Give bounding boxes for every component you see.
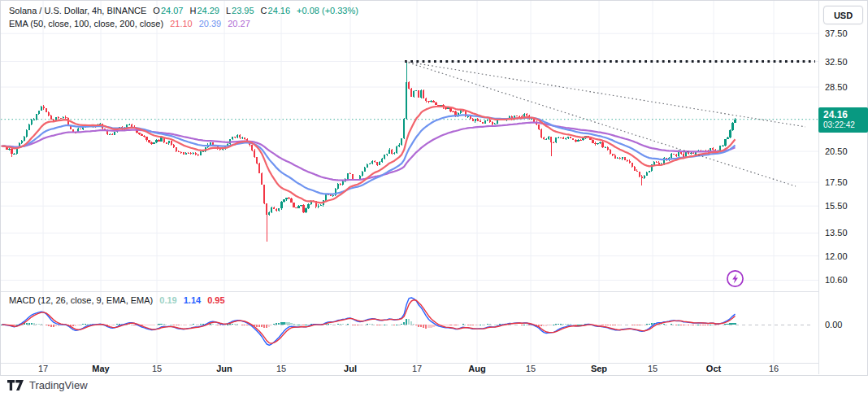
macd-zero-tick-label: 0.00 [825, 319, 842, 330]
open-value: 24.07 [161, 6, 184, 15]
ema50-value: 21.10 [170, 19, 193, 28]
ohlc-high: H24.29 [189, 6, 219, 15]
change-value: +0.08 (+0.33%) [297, 6, 358, 15]
current-price: 24.16 [823, 109, 868, 120]
pane-separator[interactable] [1, 291, 867, 292]
bar-countdown: 03:22:42 [823, 120, 868, 130]
macd-signal-value: 0.95 [207, 295, 224, 305]
high-label: H [189, 6, 196, 15]
symbol-title[interactable]: Solana / U.S. Dollar, 4h, BINANCE [9, 6, 146, 15]
time-tick-label: 15 [263, 364, 300, 373]
ema-lines [2, 107, 736, 203]
price-chart-canvas[interactable] [1, 1, 818, 292]
time-tick-label: 16 [755, 364, 792, 373]
macd-legend: MACD (12, 26, close, 9, EMA, EMA) 0.19 1… [9, 295, 225, 305]
time-tick-label: 17 [24, 364, 62, 373]
price-tick-label: 28.50 [825, 81, 848, 93]
ema-legend: EMA (50, close, 100, close, 200, close) … [9, 19, 250, 28]
close-label: C [261, 6, 267, 15]
time-tick-label: 15 [512, 364, 549, 373]
trendline-1[interactable] [405, 62, 805, 127]
time-tick-label: 17 [398, 364, 436, 373]
price-tick-label: 37.50 [825, 28, 848, 39]
chart-frame: Solana / U.S. Dollar, 4h, BINANCE O24.07… [0, 0, 868, 376]
ohlc-open: O24.07 [153, 6, 183, 15]
time-tick-label: May [82, 364, 119, 373]
open-label: O [153, 6, 160, 15]
low-label: L [226, 6, 231, 15]
time-tick-label: 15 [634, 364, 671, 373]
time-axis[interactable]: 17May15Jun15Jul17Aug15Sep15Oct16 [1, 364, 818, 375]
ohlc-low: L23.95 [226, 6, 254, 15]
time-tick-label: Aug [458, 364, 496, 373]
symbol-legend: Solana / U.S. Dollar, 4h, BINANCE O24.07… [9, 6, 358, 15]
high-value: 24.29 [197, 6, 219, 15]
macd-signal-line [2, 300, 736, 344]
time-tick-label: Jul [332, 364, 369, 373]
price-tick-label: 10.60 [825, 274, 848, 286]
ema100-value: 20.39 [199, 19, 222, 28]
time-tick-label: Sep [580, 364, 618, 373]
tradingview-chart-window: Solana / U.S. Dollar, 4h, BINANCE O24.07… [0, 0, 868, 397]
price-tick-label: 12.00 [825, 251, 848, 262]
time-tick-label: Jun [206, 364, 243, 373]
ema200-value: 20.27 [228, 19, 250, 28]
low-value: 23.95 [232, 6, 254, 15]
price-tick-label: 17.50 [825, 177, 848, 188]
lightning-bolt-icon[interactable] [725, 268, 745, 289]
ema-legend-title[interactable]: EMA (50, close, 100, close, 200, close) [9, 19, 163, 28]
price-tick-label: 20.50 [825, 146, 848, 157]
price-axis[interactable]: USD 24.16 03:22:42 0.00 37.5032.5028.502… [819, 1, 867, 374]
ohlc-close: C24.16 [261, 6, 290, 15]
time-tick-label: Oct [695, 364, 732, 373]
time-tick-label: 15 [138, 364, 176, 373]
tradingview-logo-icon [7, 380, 24, 390]
trendline-2[interactable] [405, 62, 796, 186]
price-tick-label: 13.50 [825, 227, 848, 238]
macd-line-value: 1.14 [184, 295, 201, 305]
price-tick-label: 15.50 [825, 200, 848, 212]
tradingview-attribution[interactable]: TradingView [7, 379, 88, 391]
macd-hist-value: 0.19 [159, 295, 176, 305]
price-tick-label: 32.50 [825, 56, 848, 68]
currency-toggle-button[interactable]: USD [823, 6, 863, 24]
current-price-badge: 24.16 03:22:42 [818, 107, 868, 133]
close-value: 24.16 [268, 6, 291, 15]
tradingview-brand-text: TradingView [29, 379, 88, 391]
macd-legend-title[interactable]: MACD (12, 26, close, 9, EMA, EMA) [9, 295, 153, 305]
